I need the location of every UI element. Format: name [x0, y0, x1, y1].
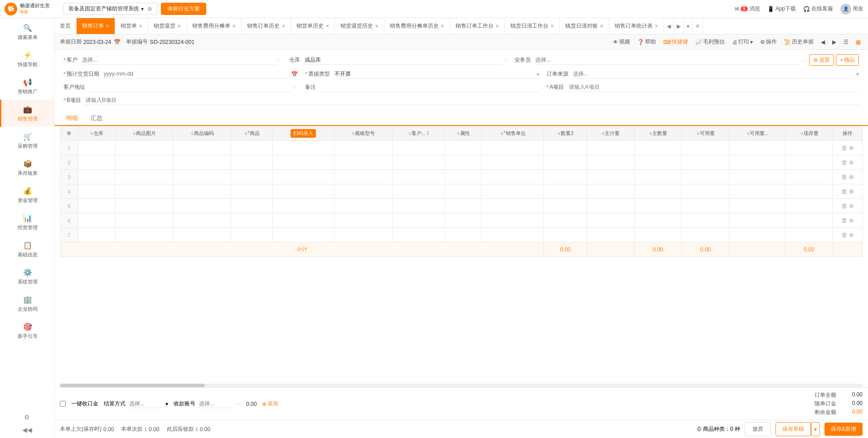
th-gear[interactable]: ⚙ — [60, 126, 78, 141]
date-calendar-icon[interactable]: 📅 — [291, 71, 298, 77]
payment-method-input[interactable] — [127, 399, 164, 408]
tab-close-icon[interactable]: ✕ — [495, 24, 499, 29]
next-record-btn[interactable]: ▶ — [830, 38, 838, 46]
tab-sales-history[interactable]: 销售订单历史 ✕ — [242, 18, 291, 34]
tab-close-icon[interactable]: ✕ — [441, 24, 444, 29]
customer-input[interactable] — [80, 55, 276, 65]
tab-home[interactable]: 首页 — [54, 18, 77, 34]
tab-sales-return[interactable]: 销货单 ✕ — [115, 18, 148, 34]
tab-close-icon[interactable]: ✕ — [550, 24, 554, 29]
tab-sales-order[interactable]: 销售订单 ✕ — [77, 18, 115, 34]
sidebar-item-purchase[interactable]: 🛒 采购管理 — [0, 127, 54, 154]
a-project-input[interactable] — [567, 82, 859, 92]
delete-row-icon[interactable]: 🗑 — [841, 231, 847, 238]
tab-menu[interactable]: ▾ — [684, 18, 693, 34]
sidebar-item-enterprise[interactable]: 🏢 企业协同 — [0, 290, 54, 317]
tab-prev[interactable]: ◀ — [664, 18, 674, 34]
view-btn[interactable]: 👁 视频 — [611, 37, 632, 47]
b-project-input[interactable] — [84, 96, 859, 105]
delete-row-icon[interactable]: 🗑 — [841, 159, 847, 166]
tab-sales-stats[interactable]: 销售订单统计表 ✕ — [609, 18, 664, 34]
compact-view-btn[interactable]: ▦ — [854, 38, 863, 46]
customer-dots-icon[interactable]: ··· — [277, 57, 281, 63]
tab-close-icon[interactable]: ✕ — [177, 24, 181, 29]
prev-record-btn[interactable]: ◀ — [819, 38, 827, 46]
tab-cash-reconcile[interactable]: 钱货日清对账 ✕ — [560, 18, 609, 34]
copy-row-icon[interactable]: ⊕ — [849, 173, 854, 180]
delete-row-icon[interactable]: 🗑 — [841, 173, 847, 180]
tab-summary[interactable]: 汇总 — [84, 111, 109, 126]
tab-detail[interactable]: 明细 — [60, 111, 84, 126]
tab-sales-workbench[interactable]: 销售订单工作台 ✕ — [450, 18, 505, 34]
address-dots-icon[interactable]: ··· — [293, 84, 298, 91]
tab-sales-fee-split[interactable]: 销售费用分摊单 ✕ — [187, 18, 242, 34]
sidebar-item-marketing[interactable]: 📢 营销推广 — [0, 72, 54, 100]
ticket-type-arrow-icon[interactable]: ▾ — [537, 71, 539, 77]
gear-icon[interactable]: ⚙ — [147, 6, 152, 12]
tab-close-icon[interactable]: ✕ — [232, 24, 236, 29]
profit-btn[interactable]: 📈 毛利预估 — [693, 37, 727, 47]
sidebar-item-quick[interactable]: ⚡ 快捷导航 — [0, 45, 54, 72]
tab-sales-goods-history[interactable]: 销货单历史 ✕ — [291, 18, 335, 34]
save-draft-arrow-btn[interactable]: ▾ — [811, 422, 820, 436]
delete-row-icon[interactable]: 🗑 — [841, 217, 847, 224]
history-btn[interactable]: 📜 历史单据 — [782, 37, 815, 47]
tab-sales-fee-history[interactable]: 销售费用分摊单历史 ✕ — [384, 18, 450, 34]
tab-close-icon[interactable]: ✕ — [655, 24, 658, 29]
order-source-arrow-icon[interactable]: ▾ — [856, 71, 859, 77]
tab-next[interactable]: ▶ — [674, 18, 684, 34]
print-btn[interactable]: 🖨 打印 ▾ — [730, 37, 755, 47]
delivery-date-input[interactable] — [102, 69, 290, 79]
tab-close-icon[interactable]: ✕ — [139, 24, 142, 29]
tab-close-icon[interactable]: ✕ — [600, 24, 603, 29]
industry-btn[interactable]: 体验行业方案 — [161, 3, 206, 15]
system-selector[interactable]: 装备及固定资产辅助管理系统 ▾ ⚙ — [63, 3, 157, 15]
one-click-payment-checkbox[interactable] — [60, 401, 66, 407]
sidebar-item-finance[interactable]: 💰 资金管理 — [0, 181, 54, 208]
payment-method-arrow-icon[interactable]: ▾ — [165, 401, 168, 407]
copy-row-icon[interactable]: ⊕ — [849, 188, 854, 195]
sidebar-item-guide[interactable]: 🎯 新手引导 — [0, 317, 54, 344]
tab-cash-daily[interactable]: 钱货日清工作台 ✕ — [505, 18, 560, 34]
tab-close-icon[interactable]: ✕ — [281, 24, 285, 29]
copy-row-icon[interactable]: ⊕ — [849, 159, 854, 166]
tab-close-icon[interactable]: ✕ — [106, 24, 109, 29]
sidebar-item-sales[interactable]: 💼 销售管理 — [0, 100, 54, 127]
message-btn[interactable]: ✉ 9 消息 — [735, 5, 760, 13]
online-support-btn[interactable]: 🎧 在线客服 — [803, 5, 833, 13]
copy-row-icon[interactable]: ⊕ — [849, 217, 854, 224]
sidebar-item-basic[interactable]: 📋 基础信息 — [0, 236, 54, 263]
tab-close-icon[interactable]: ✕ — [375, 24, 378, 29]
salesperson-dots-icon[interactable]: ··· — [801, 57, 805, 63]
tab-sales-return-goods[interactable]: 销货退货 ✕ — [148, 18, 187, 34]
sidebar-item-system[interactable]: ⚙️ 系统管理 — [0, 263, 54, 290]
calendar-icon[interactable]: 📅 — [114, 39, 121, 45]
copy-row-icon[interactable]: ⊕ — [849, 202, 854, 209]
bank-account-dots-icon[interactable]: ··· — [236, 401, 241, 407]
grid-view-btn[interactable]: ☰ — [842, 38, 850, 46]
remark-input[interactable] — [319, 82, 539, 92]
tab-sales-return-history[interactable]: 销货退货历史 ✕ — [335, 18, 384, 34]
delete-row-icon[interactable]: 🗑 — [841, 144, 847, 151]
app-download-btn[interactable]: 📱 App下载 — [767, 5, 796, 13]
delete-row-icon[interactable]: 🗑 — [841, 188, 847, 195]
save-new-btn[interactable]: 保存&新增 — [824, 423, 863, 436]
bank-account-input[interactable] — [197, 399, 233, 408]
sidebar-item-inventory[interactable]: 📦 库存核算 — [0, 154, 54, 181]
table-scrollbar[interactable] — [60, 384, 863, 387]
salesperson-input[interactable] — [533, 55, 800, 65]
save-draft-btn[interactable]: 保存草稿 — [776, 422, 811, 436]
settings-right-btn[interactable]: ⚙ 设置 — [809, 54, 834, 66]
copy-row-icon[interactable]: ⊕ — [849, 231, 854, 238]
sidebar-gear-icon[interactable]: ⚙ — [24, 414, 30, 421]
user-menu[interactable]: 👤 用友 — [840, 4, 863, 14]
scan-btn[interactable]: 扫码录入 — [291, 129, 316, 138]
sidebar-item-search[interactable]: 🔍 搜索菜单 — [0, 18, 54, 45]
delete-row-icon[interactable]: 🗑 — [841, 202, 847, 209]
help-btn[interactable]: ❓ 帮助 — [635, 37, 658, 47]
ticket-type-input[interactable] — [333, 69, 536, 79]
order-source-input[interactable] — [571, 69, 855, 79]
discard-btn[interactable]: 放弃 — [745, 422, 771, 436]
warehouse-input[interactable] — [303, 55, 502, 65]
tab-close-all[interactable]: ✕ — [693, 18, 703, 34]
